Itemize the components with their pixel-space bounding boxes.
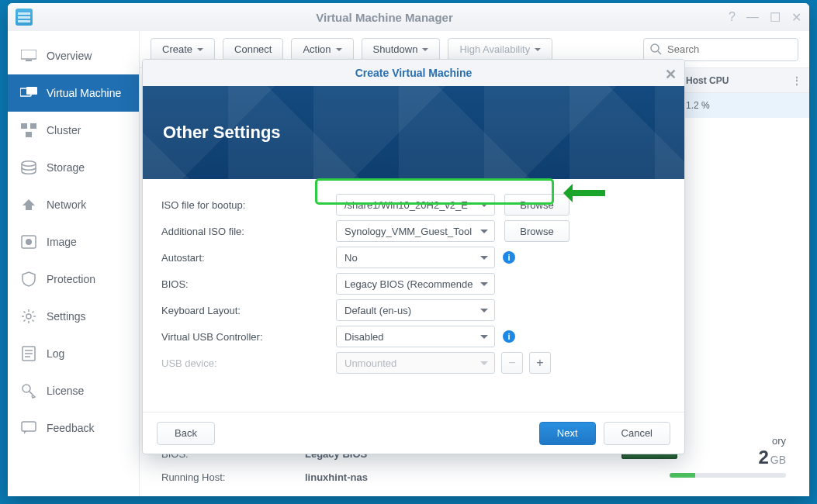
sidebar-item-label: Storage: [47, 161, 85, 174]
overview-icon: [20, 48, 37, 64]
autostart-label: Autostart:: [161, 252, 336, 264]
minimize-icon[interactable]: —: [746, 10, 759, 25]
create-button[interactable]: Create: [151, 38, 215, 61]
search-box: [643, 38, 798, 61]
help-icon[interactable]: ?: [729, 10, 736, 25]
sidebar-item-settings[interactable]: Settings: [8, 298, 139, 335]
chevron-down-icon: [197, 48, 203, 54]
log-icon: [20, 346, 37, 361]
vm-icon: [20, 85, 37, 101]
search-icon: [649, 43, 662, 58]
svg-rect-0: [21, 50, 36, 59]
iso-additional-select[interactable]: Synology_VMM_Guest_Tool: [336, 220, 495, 242]
sidebar-item-label: Cluster: [47, 124, 81, 136]
app-icon: [16, 9, 33, 26]
detail-value: linuxhint-nas: [305, 471, 368, 483]
usb-controller-label: Virtual USB Controller:: [161, 331, 336, 343]
sidebar: Overview Virtual Machine Cluster Storage…: [8, 31, 140, 496]
usb-controller-select[interactable]: Disabled: [336, 326, 495, 347]
sidebar-item-feedback[interactable]: Feedback: [8, 409, 139, 447]
sidebar-item-license[interactable]: License: [8, 372, 139, 409]
sidebar-item-virtual-machine[interactable]: Virtual Machine: [8, 74, 139, 112]
usb-add-button[interactable]: +: [529, 352, 551, 374]
more-icon[interactable]: ⋮: [792, 75, 801, 86]
sidebar-item-label: Image: [47, 236, 77, 248]
sidebar-item-label: License: [47, 385, 84, 397]
dialog-body: ISO file for bootup: /share1/Win10_20H2_…: [143, 179, 684, 412]
connect-button[interactable]: Connect: [223, 38, 283, 61]
info-icon[interactable]: i: [503, 251, 515, 264]
dialog-header-text: Other Settings: [163, 123, 281, 143]
sidebar-item-label: Virtual Machine: [47, 87, 121, 99]
svg-rect-1: [26, 60, 32, 61]
chevron-down-icon: [535, 48, 541, 54]
dialog-header: Other Settings: [143, 86, 684, 179]
dialog-title: Create Virtual Machine: [355, 67, 473, 79]
usb-device-select: Unmounted: [336, 352, 495, 374]
chevron-down-icon: [336, 48, 342, 54]
iso-additional-browse-button[interactable]: Browse: [504, 220, 569, 242]
sidebar-item-overview[interactable]: Overview: [8, 37, 139, 74]
sidebar-item-log[interactable]: Log: [8, 335, 139, 372]
gear-icon: [20, 309, 37, 324]
sidebar-item-label: Feedback: [47, 422, 94, 434]
sidebar-item-image[interactable]: Image: [8, 223, 139, 261]
search-input[interactable]: [643, 38, 798, 61]
image-icon: [20, 234, 37, 250]
bios-label: BIOS:: [161, 278, 336, 290]
keyboard-label: Keyboard Layout:: [161, 305, 336, 316]
svg-point-14: [651, 44, 659, 52]
maximize-icon[interactable]: ☐: [770, 10, 781, 25]
protection-icon: [20, 271, 37, 287]
svg-point-10: [26, 314, 31, 319]
sidebar-item-network[interactable]: Network: [8, 186, 139, 223]
right-column: Host CPU ⋮ 1.2 %: [677, 68, 809, 118]
svg-point-7: [22, 161, 36, 166]
ha-button[interactable]: High Availability: [448, 38, 552, 61]
chevron-down-icon: [422, 48, 428, 54]
svg-rect-5: [30, 123, 36, 129]
back-button[interactable]: Back: [157, 422, 215, 445]
sidebar-item-label: Protection: [47, 273, 95, 285]
autostart-select[interactable]: No: [336, 247, 495, 268]
iso-additional-label: Additional ISO file:: [161, 226, 336, 237]
iso-bootup-browse-button[interactable]: Browse: [504, 194, 569, 216]
memory-label: ory: [758, 435, 786, 447]
shutdown-button[interactable]: Shutdown: [362, 38, 441, 61]
hostcpu-header: Host CPU: [686, 75, 729, 86]
keyboard-select[interactable]: Default (en-us): [336, 299, 495, 321]
cancel-button[interactable]: Cancel: [604, 422, 670, 445]
usb-device-label: USB device:: [161, 357, 336, 369]
storage-icon: [20, 160, 37, 175]
title-bar: Virtual Machine Manager ? — ☐ ✕: [8, 3, 809, 31]
sidebar-item-label: Overview: [47, 50, 92, 62]
info-icon[interactable]: i: [503, 330, 515, 343]
iso-bootup-label: ISO file for bootup:: [161, 199, 336, 211]
close-icon[interactable]: ✕: [791, 10, 801, 25]
usb-remove-button: −: [501, 352, 523, 374]
detail-label: Running Host:: [161, 471, 274, 483]
dialog-titlebar: Create Virtual Machine ✕: [143, 60, 684, 86]
next-button[interactable]: Next: [539, 422, 596, 445]
svg-rect-13: [22, 422, 36, 431]
cluster-icon: [20, 123, 37, 138]
feedback-icon: [20, 420, 37, 436]
svg-point-9: [26, 239, 32, 245]
license-icon: [20, 383, 37, 399]
action-button[interactable]: Action: [291, 38, 353, 61]
dialog-close-icon[interactable]: ✕: [665, 66, 677, 83]
svg-rect-4: [21, 123, 27, 129]
iso-bootup-select[interactable]: /share1/Win10_20H2_v2_E: [336, 194, 495, 216]
sidebar-item-storage[interactable]: Storage: [8, 149, 139, 186]
memory-unit: GB: [770, 454, 786, 466]
create-vm-dialog: Create Virtual Machine ✕ Other Settings …: [142, 59, 685, 454]
sidebar-item-label: Log: [47, 347, 64, 360]
sidebar-item-label: Network: [47, 198, 86, 211]
sidebar-item-protection[interactable]: Protection: [8, 261, 139, 298]
dialog-footer: Back Next Cancel: [143, 412, 684, 454]
bios-select[interactable]: Legacy BIOS (Recommende: [336, 273, 495, 295]
memory-value: 2: [758, 447, 768, 468]
hostcpu-value: 1.2 %: [678, 93, 809, 118]
memory-readout: ory 2GB: [758, 435, 786, 468]
sidebar-item-cluster[interactable]: Cluster: [8, 112, 139, 149]
